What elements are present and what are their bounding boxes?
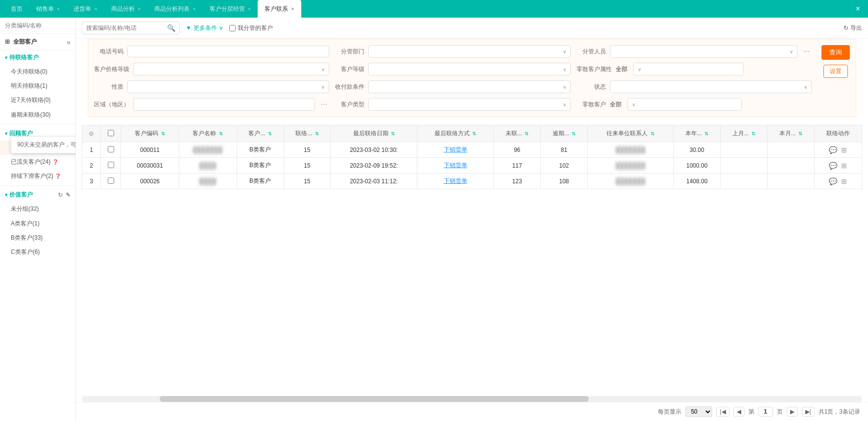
tab-purchase-close[interactable]: × xyxy=(94,6,97,12)
tab-customer-layer[interactable]: 客户分层经营 × xyxy=(203,0,258,18)
sidebar-item-7days[interactable]: 近7天待联络(0) xyxy=(0,93,75,107)
row-2-select[interactable] xyxy=(108,162,114,168)
status-select[interactable]: ∨ xyxy=(610,80,812,93)
sort-icon-cm[interactable]: ⇅ xyxy=(798,131,802,136)
sort-icon-date[interactable]: ⇅ xyxy=(391,131,395,136)
branch-person-select[interactable]: ∨ xyxy=(610,45,797,58)
sidebar-item-type-b[interactable]: B类客户(33) xyxy=(0,231,75,245)
sort-icon-name[interactable]: ⇅ xyxy=(219,131,223,136)
more-conditions-btn[interactable]: ▼ 更多条件 ∨ xyxy=(186,24,223,32)
sort-icon-code[interactable]: ⇅ xyxy=(161,131,165,136)
tab-customer-contact[interactable]: 客户联系 × xyxy=(258,0,301,18)
th-overdue[interactable]: 逾期... ⇅ xyxy=(541,125,588,142)
edit-icon[interactable]: ✎ xyxy=(66,192,71,198)
sidebar-group-pending[interactable]: ▾ 待联络客户 xyxy=(0,50,75,65)
tab-purchase[interactable]: 进货单 × xyxy=(67,0,104,18)
page-size-select[interactable]: 50 100 xyxy=(685,406,712,417)
sort-icon-od[interactable]: ⇅ xyxy=(572,131,576,136)
tab-home[interactable]: 首页 xyxy=(4,0,29,18)
th-last-method[interactable]: 最后联络方式 ⇅ xyxy=(417,125,493,142)
dots-icon-2[interactable]: ··· xyxy=(319,100,329,109)
tab-sales-close[interactable]: × xyxy=(57,6,60,12)
sort-icon-year[interactable]: ⇅ xyxy=(704,131,708,136)
payment-select[interactable]: ∨ xyxy=(368,80,570,93)
search-btn-icon[interactable]: 🔍 xyxy=(167,24,175,32)
customer-level-select[interactable]: ∨ xyxy=(368,63,570,75)
window-close-btn[interactable]: × xyxy=(852,4,864,13)
horizontal-scrollbar[interactable] xyxy=(82,396,862,402)
scrollbar-thumb[interactable] xyxy=(160,396,589,402)
row-3-last-method[interactable]: 下销货单 xyxy=(417,173,493,189)
sidebar-item-tomorrow[interactable]: 明天待联络(1) xyxy=(0,79,75,93)
price-level-select[interactable]: ∨ xyxy=(133,63,329,75)
sort-icon-lm[interactable]: ⇅ xyxy=(751,131,755,136)
sidebar-item-declining[interactable]: 持续下滑客户(2) ❓ xyxy=(0,169,75,183)
chat-icon-2[interactable]: 💬 xyxy=(829,162,837,170)
grid-icon-3[interactable]: ⊞ xyxy=(841,177,847,185)
page-input[interactable] xyxy=(758,407,773,417)
row-2-checkbox[interactable] xyxy=(101,158,121,173)
tab-customer-contact-close[interactable]: × xyxy=(291,6,294,12)
sidebar-item-type-a[interactable]: A类客户(1) xyxy=(0,217,75,231)
th-last-month[interactable]: 上月... ⇅ xyxy=(721,125,768,142)
gender-select[interactable]: ∨ xyxy=(127,80,329,93)
th-last-date[interactable]: 最后联络日期 ⇅ xyxy=(331,125,417,142)
query-button[interactable]: 查询 xyxy=(821,45,850,60)
th-unit-contact[interactable]: 往来单位联系人 ⇅ xyxy=(587,125,673,142)
sidebar-search-input[interactable] xyxy=(5,22,76,29)
sort-icon-uc[interactable]: ⇅ xyxy=(651,131,654,136)
row-1-checkbox[interactable] xyxy=(101,142,121,158)
next-page-btn[interactable]: ▶ xyxy=(787,407,798,417)
sidebar-collapse-icon[interactable]: « xyxy=(67,38,71,46)
settings-button[interactable]: 设置 xyxy=(823,65,848,78)
row-1-last-method[interactable]: 下销货单 xyxy=(417,142,493,158)
sidebar-all-customers[interactable]: ⊞ 全部客户 « xyxy=(0,34,75,50)
refresh-icon[interactable]: ↻ xyxy=(58,192,63,198)
sort-icon-nc[interactable]: ⇅ xyxy=(525,131,529,136)
chat-icon-3[interactable]: 💬 xyxy=(829,177,837,185)
region-select[interactable] xyxy=(133,98,315,111)
tab-customer-layer-close[interactable]: × xyxy=(248,6,251,12)
tab-analysis-list[interactable]: 商品分析列表 × xyxy=(147,0,202,18)
th-year[interactable]: 本年... ⇅ xyxy=(674,125,721,142)
sidebar-item-ungrouped[interactable]: 未分组(32) xyxy=(0,202,75,216)
zero-sales-select[interactable]: ∨ xyxy=(627,98,742,111)
row-2-last-method[interactable]: 下销货单 xyxy=(417,158,493,173)
row-3-select[interactable] xyxy=(108,177,114,184)
sort-icon-method[interactable]: ⇅ xyxy=(472,131,476,136)
prev-page-btn[interactable]: ◀ xyxy=(733,407,745,417)
tab-analysis-close[interactable]: × xyxy=(138,6,141,12)
th-contact[interactable]: 联络... ⇅ xyxy=(284,125,331,142)
sidebar-item-type-c[interactable]: C类客户(6) xyxy=(0,245,75,259)
dots-icon-1[interactable]: ··· xyxy=(801,47,812,56)
th-not-contacted[interactable]: 未联... ⇅ xyxy=(494,125,541,142)
sort-icon-type[interactable]: ⇅ xyxy=(268,131,272,136)
sidebar-item-overdue[interactable]: 逾期未联络(30) xyxy=(0,108,75,122)
tab-sales[interactable]: 销售单 × xyxy=(29,0,67,18)
sidebar-item-today[interactable]: 今天待联络(0) xyxy=(0,65,75,79)
sort-icon-contact[interactable]: ⇅ xyxy=(315,131,319,136)
branch-dept-select[interactable]: ∨ xyxy=(368,45,570,58)
grid-icon-1[interactable]: ⊞ xyxy=(841,146,847,154)
phone-input[interactable] xyxy=(127,46,329,57)
row-3-checkbox[interactable] xyxy=(101,173,121,189)
row-1-select[interactable] xyxy=(108,146,114,152)
settings-icon[interactable]: ⚙ xyxy=(89,130,94,137)
th-settings[interactable]: ⚙ xyxy=(82,125,101,142)
sidebar-group-value[interactable]: ▾ 价值客户 ↻ ✎ xyxy=(0,188,75,202)
first-page-btn[interactable]: |◀ xyxy=(716,407,729,417)
last-page-btn[interactable]: ▶| xyxy=(802,407,815,417)
sidebar-item-churned[interactable]: 已流失客户(24) ❓ xyxy=(0,155,75,169)
tab-analysis[interactable]: 商品分析 × xyxy=(104,0,147,18)
tab-analysis-list-close[interactable]: × xyxy=(193,6,195,12)
chat-icon-1[interactable]: 💬 xyxy=(829,146,837,154)
th-code[interactable]: 客户编码 ⇅ xyxy=(121,125,179,142)
my-customers-checkbox[interactable]: 我分管的客户 xyxy=(229,24,273,32)
export-btn[interactable]: ↻ 导出 xyxy=(844,24,862,32)
select-all-checkbox[interactable] xyxy=(108,130,114,136)
th-checkbox[interactable] xyxy=(101,125,121,142)
th-type[interactable]: 客户... ⇅ xyxy=(237,125,284,142)
my-customers-check[interactable] xyxy=(229,25,236,31)
th-current-month[interactable]: 本月... ⇅ xyxy=(768,125,815,142)
customer-type-select[interactable]: ∨ xyxy=(368,98,570,111)
